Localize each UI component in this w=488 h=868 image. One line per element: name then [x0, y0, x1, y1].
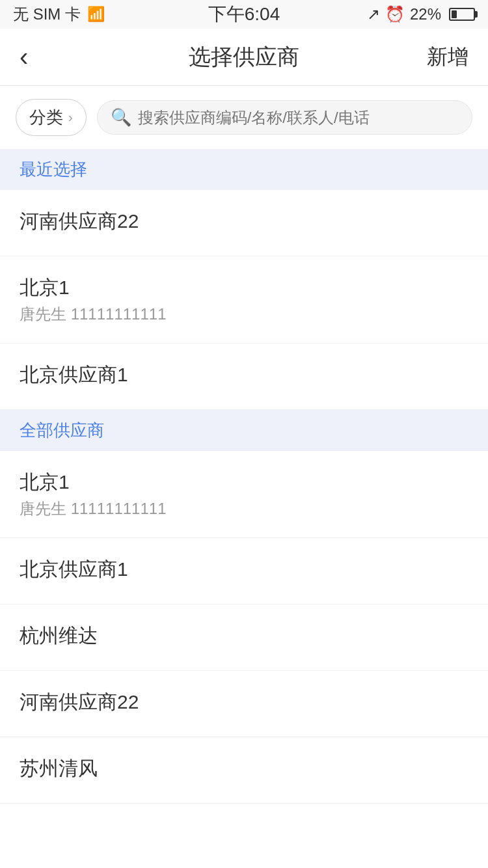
list-item[interactable]: 北京1唐先生 11111111111	[0, 256, 488, 344]
battery-text: 22%	[410, 5, 441, 23]
item-detail: 唐先生 11111111111	[20, 304, 468, 325]
page-title: 选择供应商	[189, 42, 299, 72]
nav-bar: ‹ 选择供应商 新增	[0, 29, 488, 86]
list-item[interactable]: 北京1唐先生 11111111111	[0, 451, 488, 538]
item-detail: 唐先生 11111111111	[20, 498, 468, 519]
search-input[interactable]	[138, 109, 459, 127]
chevron-right-icon: ›	[68, 110, 73, 125]
status-bar: 无 SIM 卡 📶 下午6:04 ↗ ⏰ 22%	[0, 0, 488, 29]
item-name: 河南供应商22	[20, 208, 468, 235]
filter-bar: 分类 › 🔍	[0, 86, 488, 149]
status-right: ↗ ⏰ 22%	[367, 5, 475, 23]
list-item[interactable]: 北京供应商1	[0, 538, 488, 604]
all-items-list: 北京1唐先生 11111111111北京供应商1杭州维达河南供应商22苏州清风	[0, 451, 488, 804]
recent-section-header: 最近选择	[0, 149, 488, 190]
item-name: 北京1	[20, 469, 468, 496]
item-name: 北京供应商1	[20, 362, 468, 388]
back-button[interactable]: ‹	[13, 36, 34, 78]
all-section-label: 全部供应商	[20, 420, 104, 440]
status-left: 无 SIM 卡 📶	[13, 4, 105, 25]
item-name: 北京1	[20, 275, 468, 301]
location-icon: ↗	[367, 5, 380, 23]
category-label: 分类	[29, 106, 63, 129]
item-name: 杭州维达	[20, 623, 468, 649]
status-time: 下午6:04	[208, 2, 280, 27]
list-item[interactable]: 杭州维达	[0, 604, 488, 671]
list-item[interactable]: 北京供应商1	[0, 344, 488, 410]
carrier-text: 无 SIM 卡	[13, 4, 81, 25]
all-section-header: 全部供应商	[0, 410, 488, 451]
battery-icon	[449, 8, 475, 21]
list-item[interactable]: 河南供应商22	[0, 671, 488, 737]
item-name: 北京供应商1	[20, 556, 468, 583]
list-item[interactable]: 苏州清风	[0, 737, 488, 804]
search-box: 🔍	[97, 100, 472, 135]
list-item[interactable]: 河南供应商22	[0, 190, 488, 256]
search-icon: 🔍	[111, 107, 131, 128]
item-name: 苏州清风	[20, 755, 468, 782]
category-button[interactable]: 分类 ›	[16, 99, 87, 136]
add-button[interactable]: 新增	[427, 43, 468, 72]
recent-section-label: 最近选择	[20, 159, 87, 179]
item-name: 河南供应商22	[20, 689, 468, 716]
recent-items-list: 河南供应商22北京1唐先生 11111111111北京供应商1	[0, 190, 488, 410]
wifi-icon: 📶	[87, 6, 105, 23]
alarm-icon: ⏰	[385, 5, 405, 23]
